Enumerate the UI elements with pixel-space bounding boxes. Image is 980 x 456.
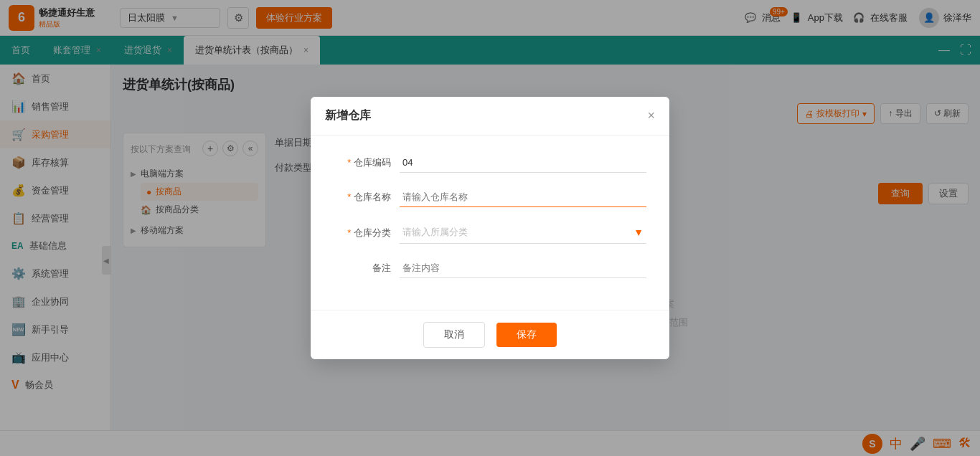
new-warehouse-modal: 新增仓库 × 仓库编码 仓库名称 仓库分类 请输入所属分类 ▼ (311, 97, 669, 359)
category-label: 仓库分类 (334, 227, 391, 239)
modal-body: 仓库编码 仓库名称 仓库分类 请输入所属分类 ▼ 备注 (311, 136, 669, 310)
form-row-code: 仓库编码 (334, 153, 646, 173)
code-label: 仓库编码 (334, 156, 391, 169)
modal-overlay: 新增仓库 × 仓库编码 仓库名称 仓库分类 请输入所属分类 ▼ (0, 0, 980, 456)
save-button[interactable]: 保存 (496, 323, 557, 347)
note-input[interactable] (400, 258, 646, 278)
cancel-button[interactable]: 取消 (423, 322, 485, 348)
form-row-name: 仓库名称 (334, 187, 646, 207)
category-placeholder: 请输入所属分类 (402, 226, 468, 239)
code-input[interactable] (400, 153, 646, 173)
name-label: 仓库名称 (334, 191, 391, 204)
modal-footer: 取消 保存 (311, 310, 669, 359)
form-row-note: 备注 (334, 258, 646, 278)
modal-header: 新增仓库 × (311, 97, 669, 136)
form-row-category: 仓库分类 请输入所属分类 ▼ (334, 222, 646, 244)
modal-title: 新增仓库 (325, 108, 371, 123)
modal-close-btn[interactable]: × (647, 108, 655, 123)
category-select[interactable]: 请输入所属分类 ▼ (400, 222, 646, 244)
category-dropdown-icon: ▼ (633, 227, 644, 238)
name-input[interactable] (400, 187, 646, 207)
note-label: 备注 (334, 262, 391, 275)
